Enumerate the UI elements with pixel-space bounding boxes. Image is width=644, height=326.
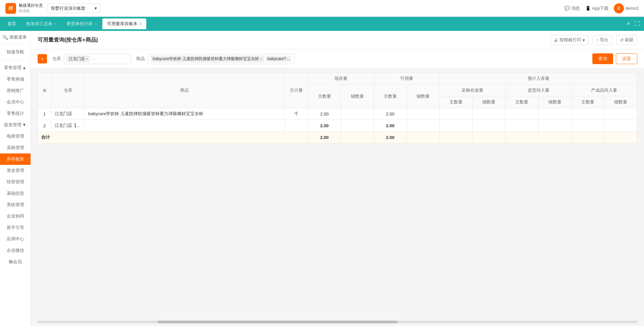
table-header: ⚙ 仓库 商品 主计量 现存量 可用量 预计入库量 主数量 辅数量	[38, 73, 637, 108]
search-menu-button[interactable]: 🔍 搜索菜单	[0, 31, 31, 44]
sidebar-caigou-label: 采购管理	[7, 145, 24, 151]
sidebar-lingxiao-label: 零售管理	[4, 65, 21, 71]
top-bar-right: 💬 消息 📱 App下载 E demo2	[565, 3, 639, 13]
total-label: 合计	[38, 132, 308, 143]
th-gear: ⚙	[38, 73, 51, 108]
sidebar-item-yingxiao[interactable]: 营销推广	[0, 85, 31, 96]
th-stock-aux: 辅数量	[341, 85, 374, 108]
th-prod-main: 主数量	[571, 96, 604, 108]
product-tag-close[interactable]: ×	[260, 57, 262, 61]
print-chevron-icon: ▾	[583, 38, 585, 43]
quick-nav-section: 快捷导航	[0, 44, 31, 61]
row1-avail-aux	[407, 108, 439, 120]
th-pur-transit-main: 主数量	[440, 96, 473, 108]
th-inbound-aux: 辅数量	[538, 96, 571, 108]
table-container: ⚙ 仓库 商品 主计量 现存量 可用量 预计入库量 主数量 辅数量	[31, 68, 644, 319]
settings-button[interactable]: 设置	[616, 53, 637, 64]
sidebar-item-qiyeweixin[interactable]: 企业微信	[0, 245, 31, 256]
sidebar-item-shangcheng[interactable]: 零售商城	[0, 74, 31, 85]
tab-keyongliang[interactable]: 可用量库存账本 ×	[102, 18, 146, 29]
row1-avail-main: 2.00	[374, 108, 407, 120]
sidebar-lingxiao-stat-label: 零售统计	[7, 110, 24, 117]
table-footer: 合计 2.00 2.00	[38, 132, 637, 143]
row2-prod-aux	[604, 120, 637, 132]
filter-area: » 仓库 江北门店 × ··· 商品 babycare学饮杯 儿童防摔防撞吸管杯…	[31, 49, 644, 68]
sidebar-qiyeweixin-label: 企业微信	[7, 247, 24, 253]
query-button[interactable]: 查询	[592, 53, 613, 64]
th-pur-transit: 采购在途量	[440, 85, 505, 96]
row1-stock-main: 2.00	[308, 108, 341, 120]
warehouse-tag-label: 江北门店	[69, 56, 85, 62]
sidebar-item-jingying[interactable]: 经营管理	[0, 176, 31, 188]
sidebar-item-jichu[interactable]: 基础信息	[0, 188, 31, 199]
th-prod-aux: 辅数量	[604, 96, 637, 108]
row1-inbound-main	[505, 108, 538, 120]
warehouse-filter-input[interactable]: 江北门店 × ···	[64, 54, 131, 64]
close-all-button[interactable]: ×	[624, 21, 633, 27]
sidebar-item-lingxiao[interactable]: 零售管理 ▲	[0, 62, 31, 74]
sidebar-item-huiyuan[interactable]: 会员中心	[0, 96, 31, 108]
th-avail-aux: 辅数量	[407, 85, 439, 108]
sidebar-item-yingyong[interactable]: 应用中心	[0, 233, 31, 245]
sidebar-yingxiao-label: 营销推广	[7, 88, 24, 94]
table-body: 1 江北门店 babycare学饮杯 儿童防摔防撞吸管杯重力球吸嘴杯宝宝水杯 个…	[38, 108, 637, 132]
page-actions: 🖨 按模板打印 ▾ ↑ 导出 ↺ 刷新	[550, 35, 638, 45]
scroll-thumb[interactable]	[158, 321, 397, 323]
product-tag-babycare2: babycare?...	[265, 56, 291, 62]
export-icon: ↑	[596, 38, 599, 43]
tab-shoufacun[interactable]: 收发存汇总表 ×	[21, 18, 61, 29]
sidebar-item-xinshou[interactable]: 新手引导	[0, 222, 31, 233]
product-filter-group: 商品 babycare学饮杯 儿童防摔防撞吸管杯重力球吸嘴杯宝宝水杯 × bab…	[136, 54, 294, 64]
warehouse-tag-close[interactable]: ×	[86, 57, 88, 61]
industry-label: 母婴行业演示账套	[51, 5, 86, 11]
app-download-button[interactable]: 📱 App下载	[585, 5, 608, 11]
sidebar: 🔍 搜索菜单 快捷导航 零售管理 ▲ 零售商城 营销推广 会员中心 零售统计	[0, 31, 31, 326]
sidebar-item-xitong[interactable]: 系统管理	[0, 199, 31, 211]
export-label: 导出	[600, 37, 608, 43]
message-icon: 💬	[565, 6, 570, 11]
total-stock-main: 2.00	[308, 132, 341, 143]
user-menu[interactable]: E demo2	[614, 3, 639, 13]
sidebar-item-qiye[interactable]: 企业协同	[0, 211, 31, 222]
total-inbound-aux	[538, 132, 571, 143]
message-button[interactable]: 💬 消息	[565, 5, 580, 11]
tab-shoufacun-close[interactable]: ×	[54, 22, 56, 26]
print-button[interactable]: 🖨 按模板打印 ▾	[550, 35, 589, 45]
row1-product: babycare学饮杯 儿童防摔防撞吸管杯重力球吸嘴杯宝宝水杯	[85, 108, 285, 120]
sidebar-item-dianshang[interactable]: 电商管理	[0, 131, 31, 142]
table-row: 2 江北门店【... 2.00 2.00	[38, 120, 637, 132]
page-header: 可用量查询(按仓库+商品) 🖨 按模板打印 ▾ ↑ 导出 ↺ 刷新	[31, 31, 644, 49]
sidebar-item-lingxiao-stat[interactable]: 零售统计	[0, 108, 31, 119]
tab-home[interactable]: 首页	[3, 21, 21, 27]
row2-avail-main: 2.00	[374, 120, 407, 132]
row2-pur-transit-main	[440, 120, 473, 132]
sidebar-item-caigou[interactable]: 采购管理	[0, 142, 31, 153]
sidebar-item-zijin[interactable]: 资金管理	[0, 165, 31, 176]
total-avail-aux	[407, 132, 439, 143]
gear-icon: ⚙	[43, 88, 47, 93]
refresh-button[interactable]: ↺ 刷新	[616, 35, 637, 45]
product-tag-babycare: babycare学饮杯 儿童防摔防撞吸管杯重力球吸嘴杯宝宝水杯 ×	[151, 55, 264, 62]
table-row: 1 江北门店 babycare学饮杯 儿童防摔防撞吸管杯重力球吸嘴杯宝宝水杯 个…	[38, 108, 637, 120]
tab-yaohuo-close[interactable]: ×	[95, 22, 97, 26]
sidebar-item-pifa[interactable]: 批发管理 ▼	[0, 119, 31, 131]
tab-keyongliang-close[interactable]: ×	[140, 22, 142, 26]
industry-selector[interactable]: 母婴行业演示账套 ▾	[47, 4, 101, 13]
row2-prod-main	[571, 120, 604, 132]
tab-yaohuo[interactable]: 要货单统计表 ×	[62, 18, 101, 29]
avatar: E	[614, 3, 624, 13]
th-stock: 现存量	[308, 73, 374, 85]
sidebar-item-kucun[interactable]: 库存核算	[0, 153, 31, 165]
sidebar-item-changyuan[interactable]: 畅会员	[0, 256, 31, 268]
sidebar-xitong-label: 系统管理	[7, 202, 24, 208]
filter-expand-button[interactable]: »	[38, 54, 47, 63]
horizontal-scrollbar[interactable]	[38, 321, 637, 323]
export-button[interactable]: ↑ 导出	[593, 35, 612, 45]
expand-button[interactable]: ⛶	[633, 21, 641, 27]
search-menu-label: 搜索菜单	[9, 34, 27, 40]
tab-yaohuo-label: 要货单统计表	[66, 21, 93, 27]
sidebar-jingying-label: 经营管理	[7, 179, 24, 185]
product-filter-input[interactable]: babycare学饮杯 儿童防摔防撞吸管杯重力球吸嘴杯宝宝水杯 × babyca…	[148, 54, 294, 64]
table-scroll-area[interactable]: ⚙ 仓库 商品 主计量 现存量 可用量 预计入库量 主数量 辅数量	[38, 73, 637, 143]
sidebar-item-quick-nav[interactable]: 快捷导航	[0, 47, 31, 58]
